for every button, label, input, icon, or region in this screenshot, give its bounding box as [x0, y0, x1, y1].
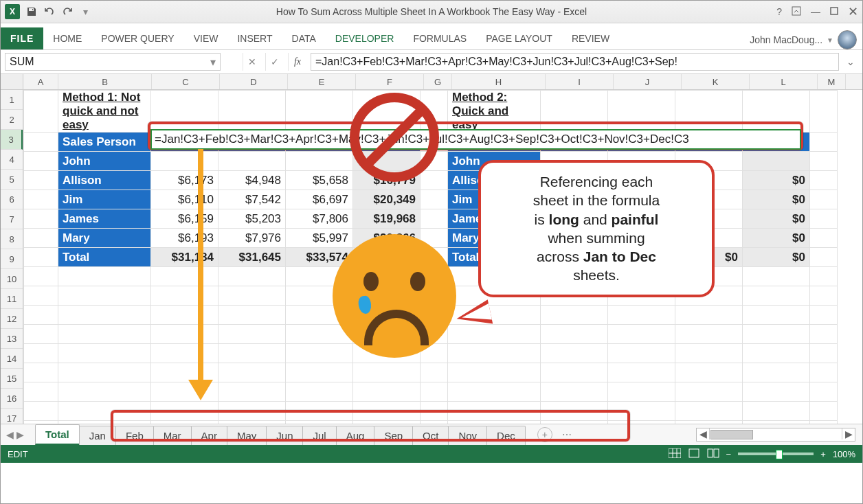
cell[interactable]: [743, 344, 810, 363]
row-header-13[interactable]: 13: [1, 329, 23, 349]
cell[interactable]: [448, 402, 541, 421]
cell[interactable]: $16,779: [353, 171, 421, 190]
cell[interactable]: [608, 171, 675, 190]
col-header-B[interactable]: B: [58, 74, 152, 89]
sheet-nav-prev-icon[interactable]: ◀: [6, 429, 14, 440]
cell[interactable]: [421, 152, 448, 171]
zoom-in-icon[interactable]: +: [820, 449, 826, 459]
cell[interactable]: [151, 382, 218, 402]
cell[interactable]: [353, 152, 421, 171]
cell[interactable]: [448, 306, 541, 325]
cell[interactable]: [218, 267, 286, 286]
cell[interactable]: Total: [448, 248, 541, 267]
cell[interactable]: [24, 209, 58, 229]
cell[interactable]: $6,110: [151, 190, 218, 209]
tab-insert[interactable]: INSERT: [227, 27, 282, 49]
col-header-K[interactable]: K: [682, 74, 750, 89]
cell[interactable]: [286, 325, 353, 344]
cell[interactable]: [743, 91, 810, 133]
cell[interactable]: [151, 286, 218, 306]
cell[interactable]: [286, 363, 353, 382]
col-header-E[interactable]: E: [288, 74, 356, 89]
cell[interactable]: James: [58, 209, 151, 229]
cell[interactable]: [151, 91, 218, 133]
cell[interactable]: [353, 382, 421, 402]
col-header-J[interactable]: J: [614, 74, 682, 89]
cell[interactable]: [421, 402, 448, 421]
cell[interactable]: [58, 402, 151, 421]
cell[interactable]: [541, 402, 608, 421]
cell[interactable]: [151, 344, 218, 363]
cell[interactable]: [286, 344, 353, 363]
cell[interactable]: [58, 382, 151, 402]
cell[interactable]: [675, 325, 743, 344]
cell[interactable]: $7,976: [218, 229, 286, 248]
cell[interactable]: [675, 306, 743, 325]
cell[interactable]: [541, 344, 608, 363]
sheet-tab-oct[interactable]: Oct: [412, 426, 449, 445]
cell[interactable]: [448, 325, 541, 344]
cell[interactable]: [810, 286, 838, 306]
cell[interactable]: [218, 91, 286, 133]
cell[interactable]: [541, 382, 608, 402]
cell[interactable]: [810, 402, 838, 421]
cell[interactable]: [541, 325, 608, 344]
cell[interactable]: [541, 306, 608, 325]
cancel-formula-icon[interactable]: ✕: [243, 53, 261, 71]
user-name[interactable]: John MacDoug...: [750, 34, 822, 45]
cell[interactable]: [541, 209, 608, 229]
cell[interactable]: $6,193: [151, 229, 218, 248]
cell[interactable]: Sales Person: [58, 133, 151, 152]
avatar[interactable]: [838, 30, 857, 49]
cell[interactable]: [353, 267, 421, 286]
cell[interactable]: [810, 325, 838, 344]
cell[interactable]: [810, 209, 838, 229]
cell[interactable]: [421, 209, 448, 229]
cell[interactable]: [608, 402, 675, 421]
cell[interactable]: [24, 325, 58, 344]
help-icon[interactable]: ?: [776, 6, 782, 17]
sheet-tab-aug[interactable]: Aug: [336, 426, 375, 445]
cell[interactable]: John: [448, 152, 541, 171]
cell[interactable]: [24, 171, 58, 190]
col-header-F[interactable]: F: [356, 74, 424, 89]
cell[interactable]: [541, 171, 608, 190]
cell[interactable]: $5,203: [218, 209, 286, 229]
row-header-5[interactable]: 5: [1, 170, 23, 190]
cell[interactable]: [608, 344, 675, 363]
col-header-M[interactable]: M: [818, 74, 846, 89]
cell[interactable]: [541, 286, 608, 306]
row-header-6[interactable]: 6: [1, 190, 23, 209]
cell[interactable]: [743, 402, 810, 421]
zoom-slider[interactable]: [738, 453, 814, 455]
scroll-thumb[interactable]: [710, 430, 753, 439]
cell[interactable]: $0: [743, 229, 810, 248]
cell[interactable]: [24, 286, 58, 306]
sheet-tab-jul[interactable]: Jul: [302, 426, 336, 445]
col-header-H[interactable]: H: [452, 74, 546, 89]
tab-developer[interactable]: DEVELOPER: [326, 27, 404, 49]
cell[interactable]: [541, 91, 608, 133]
cell[interactable]: [151, 325, 218, 344]
cell[interactable]: [448, 344, 541, 363]
cell[interactable]: [151, 267, 218, 286]
sheet-tab-feb[interactable]: Feb: [115, 426, 154, 445]
cell[interactable]: [58, 325, 151, 344]
cell[interactable]: [810, 190, 838, 209]
row-header-3[interactable]: 3: [1, 130, 23, 150]
cell[interactable]: $96,403: [353, 248, 421, 267]
close-icon[interactable]: ✕: [848, 4, 858, 19]
cell[interactable]: [353, 91, 421, 133]
cell[interactable]: [743, 267, 810, 286]
cell[interactable]: $33,574: [286, 248, 353, 267]
row-header-9[interactable]: 9: [1, 249, 23, 269]
cell[interactable]: [24, 382, 58, 402]
cell[interactable]: [218, 382, 286, 402]
save-icon[interactable]: [25, 5, 38, 18]
cell[interactable]: John: [58, 152, 151, 171]
cell[interactable]: $31,645: [218, 248, 286, 267]
row-header-11[interactable]: 11: [1, 289, 23, 309]
cell[interactable]: [353, 306, 421, 325]
select-all-corner[interactable]: [1, 74, 23, 89]
cell[interactable]: [448, 382, 541, 402]
